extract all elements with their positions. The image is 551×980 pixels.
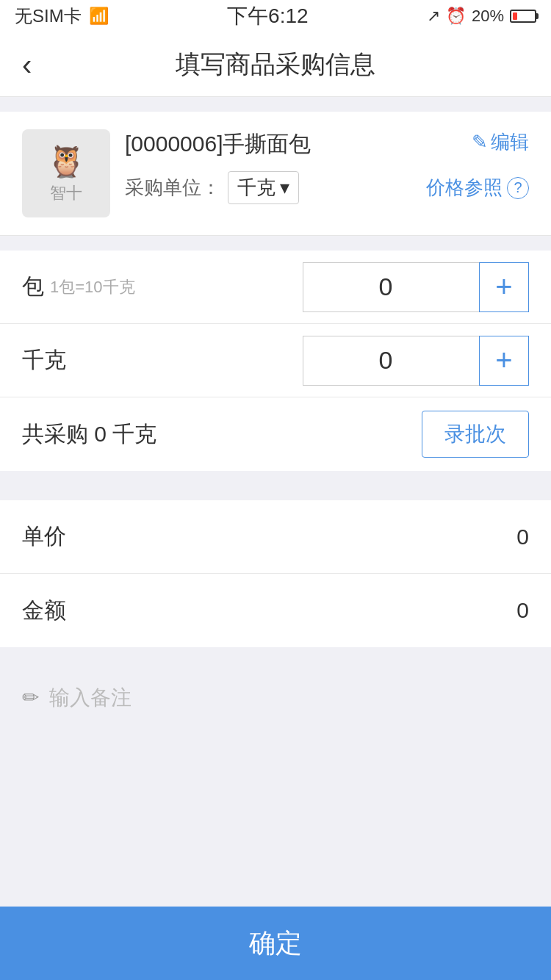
edit-icon: ✎ [472, 131, 488, 154]
input-section: 包 1包=10千克 + 千克 + 共采购 0 千克 录批次 [0, 251, 551, 471]
section-divider-2 [0, 471, 551, 486]
location-icon: ↗ [427, 7, 440, 26]
bottom-filler [0, 735, 551, 882]
product-info: [0000006]手撕面包 ✎ 编辑 采购单位： 千克 ▾ 价格参照 ? [125, 129, 529, 204]
confirm-button[interactable]: 确定 [249, 926, 302, 962]
product-image: 🦉 智十 [22, 129, 110, 217]
unit-text-label: 采购单位： [125, 175, 220, 201]
total-label: 共采购 0 千克 [22, 419, 156, 450]
edit-label: 编辑 [491, 129, 529, 155]
kg-input-right: + [303, 336, 529, 386]
product-card: 🦉 智十 [0000006]手撕面包 ✎ 编辑 采购单位： 千克 ▾ 价格参照 [0, 112, 551, 236]
battery-indicator [510, 10, 536, 23]
unit-price-label: 单价 [22, 522, 66, 552]
unit-price-value: 0 [516, 525, 529, 550]
edit-button[interactable]: ✎ 编辑 [472, 129, 529, 155]
summary-row: 共采购 0 千克 录批次 [0, 397, 551, 471]
unit-price-row: 单价 0 [0, 500, 551, 574]
amount-row: 金额 0 [0, 574, 551, 647]
amount-value: 0 [516, 598, 529, 623]
section-divider-1 [0, 236, 551, 251]
page-title: 填写商品采购信息 [176, 48, 375, 82]
carrier-label: 无SIM卡 [15, 4, 82, 28]
battery-percent: 20% [472, 7, 504, 26]
batch-button[interactable]: 录批次 [422, 411, 529, 458]
info-icon: ? [507, 177, 529, 199]
time-label: 下午6:12 [227, 2, 309, 30]
status-right: ↗ ⏰ 20% [427, 7, 536, 26]
unit-value: 千克 [237, 175, 276, 201]
product-name: [0000006]手撕面包 [125, 129, 311, 159]
price-section: 单价 0 金额 0 [0, 500, 551, 647]
battery-body [510, 10, 536, 23]
notes-section[interactable]: ✏ 输入备注 [0, 662, 551, 735]
pencil-icon: ✏ [22, 685, 39, 710]
price-reference-button[interactable]: 价格参照 ? [426, 175, 529, 201]
back-button[interactable]: ‹ [22, 50, 32, 79]
price-ref-label: 价格参照 [426, 175, 503, 201]
product-header: [0000006]手撕面包 ✎ 编辑 [125, 129, 529, 159]
bag-input-right: + [303, 262, 529, 312]
bag-input-row: 包 1包=10千克 + [0, 251, 551, 324]
kg-quantity-input[interactable] [303, 336, 479, 386]
status-left: 无SIM卡 📶 [15, 4, 109, 28]
wifi-icon: 📶 [89, 7, 109, 26]
logo-text: 智十 [47, 182, 85, 204]
status-bar: 无SIM卡 📶 下午6:12 ↗ ⏰ 20% [0, 0, 551, 32]
bag-label: 包 [22, 272, 44, 302]
unit-selector-group: 采购单位： 千克 ▾ [125, 171, 299, 204]
battery-fill [513, 12, 517, 20]
kg-input-row: 千克 + [0, 324, 551, 397]
nav-bar: ‹ 填写商品采购信息 [0, 32, 551, 97]
bag-quantity-input[interactable] [303, 262, 479, 312]
bag-plus-button[interactable]: + [479, 262, 529, 312]
unit-dropdown[interactable]: 千克 ▾ [228, 171, 299, 204]
kg-plus-button[interactable]: + [479, 336, 529, 386]
kg-label: 千克 [22, 345, 66, 375]
dropdown-arrow-icon: ▾ [280, 176, 289, 199]
product-unit-row: 采购单位： 千克 ▾ 价格参照 ? [125, 171, 529, 204]
alarm-icon: ⏰ [446, 7, 466, 26]
amount-label: 金额 [22, 596, 66, 626]
notes-placeholder: 输入备注 [49, 684, 132, 712]
bag-sub-label: 1包=10千克 [50, 276, 135, 298]
confirm-bar[interactable]: 确定 [0, 907, 551, 980]
